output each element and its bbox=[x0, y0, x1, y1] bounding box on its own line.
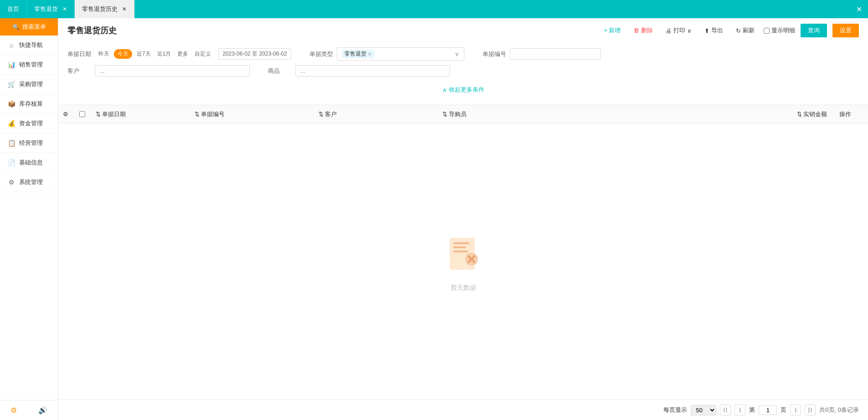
date-options: 昨天 今天 近7天 近1月 更多 自定义 2023-06-02 至 2023-0… bbox=[97, 48, 291, 60]
filter-row-1: 单据日期 昨天 今天 近7天 近1月 更多 自定义 2023-06-02 至 2… bbox=[67, 47, 859, 61]
tab-home-label: 首页 bbox=[7, 5, 19, 13]
display-detail-checkbox[interactable] bbox=[764, 28, 770, 34]
code-filter-input[interactable] bbox=[510, 48, 601, 60]
tab-retail-return-label: 零售退货 bbox=[34, 5, 58, 13]
sidebar-search[interactable]: 🔍 搜索菜单 bbox=[0, 18, 58, 36]
tab-retail-return[interactable]: 零售退货 ✕ bbox=[27, 0, 75, 18]
sidebar-item-system-mgmt[interactable]: ⚙ 系统管理 bbox=[0, 173, 58, 192]
sidebar-search-label: 搜索菜单 bbox=[22, 23, 46, 31]
sidebar-item-basic-info-label: 基础信息 bbox=[19, 159, 43, 167]
sidebar-item-basic-info[interactable]: 📄 基础信息 bbox=[0, 153, 58, 173]
goods-filter-label: 商品 bbox=[268, 67, 295, 75]
sidebar-item-operation-label: 经营管理 bbox=[19, 139, 43, 147]
page-label: 第 bbox=[749, 406, 755, 414]
next-page-button[interactable]: ⟩ bbox=[790, 405, 801, 415]
type-filter-tag: 零售退货 × bbox=[342, 50, 374, 58]
purchase-icon: 🛒 bbox=[7, 80, 15, 88]
sidebar-item-operation[interactable]: 📋 经营管理 bbox=[0, 133, 58, 153]
filter-area: 单据日期 昨天 今天 近7天 近1月 更多 自定义 2023-06-02 至 2… bbox=[67, 43, 859, 105]
sidebar-item-quick-nav[interactable]: ⌂ 快捷导航 bbox=[0, 36, 58, 55]
col-billno-sort-icon: ⇅ bbox=[195, 111, 200, 118]
search-icon: 🔍 bbox=[12, 24, 20, 31]
sidebar-item-quick-nav-label: 快捷导航 bbox=[19, 41, 43, 49]
settings-bottom-icon[interactable]: ⚙ bbox=[10, 406, 17, 415]
query-button[interactable]: 查询 bbox=[801, 24, 827, 37]
sidebar-item-purchase-mgmt[interactable]: 🛒 采购管理 bbox=[0, 75, 58, 94]
goods-filter-input[interactable] bbox=[295, 65, 450, 77]
tab-home[interactable]: 首页 bbox=[0, 0, 27, 18]
col-header-date: ⇅ 单据日期 bbox=[96, 110, 195, 118]
col-amount-sort-icon: ⇅ bbox=[797, 111, 802, 118]
date-opt-7days[interactable]: 近7天 bbox=[135, 49, 153, 59]
type-filter-tag-close[interactable]: × bbox=[368, 51, 371, 57]
settings-button[interactable]: 设置 bbox=[832, 24, 859, 37]
sidebar-item-inventory[interactable]: 📦 库存核算 bbox=[0, 94, 58, 114]
table-header: ⚙ ⇅ 单据日期 ⇅ 单据编号 ⇅ 客户 ⇅ bbox=[58, 105, 868, 123]
date-opt-1month[interactable]: 近1月 bbox=[155, 49, 173, 59]
sales-icon: 📊 bbox=[7, 61, 15, 69]
col-header-customer: ⇅ 客户 bbox=[318, 110, 442, 118]
total-info: 共0页, 0条记录 bbox=[819, 406, 859, 414]
delete-button[interactable]: 🗑 删除 bbox=[630, 25, 657, 36]
table-container: ⚙ ⇅ 单据日期 ⇅ 单据编号 ⇅ 客户 ⇅ bbox=[58, 105, 868, 400]
refresh-button[interactable]: ↻ 刷新 bbox=[732, 25, 758, 36]
date-opt-yesterday[interactable]: 昨天 bbox=[97, 49, 111, 59]
first-page-button[interactable]: ⟨⟨ bbox=[720, 405, 731, 415]
date-opt-more[interactable]: 更多 bbox=[175, 49, 190, 59]
type-filter-dropdown-icon: ∨ bbox=[455, 51, 459, 57]
page-header: 零售退货历史 + 新增 🗑 删除 🖨 打印 ∨ ⬆ 导出 ↻ bbox=[58, 18, 868, 105]
sidebar-item-sales-mgmt[interactable]: 📊 销售管理 bbox=[0, 55, 58, 75]
type-filter-tag-label: 零售退货 bbox=[344, 50, 366, 58]
page-unit: 页 bbox=[781, 406, 786, 414]
prev-page-button[interactable]: ⟨ bbox=[734, 405, 745, 415]
main-layout: 🔍 搜索菜单 ⌂ 快捷导航 📊 销售管理 🛒 采购管理 📦 库存核算 💰 资金管… bbox=[0, 18, 868, 420]
collapse-icon: ∧ bbox=[442, 87, 447, 93]
display-detail-checkbox-row[interactable]: 显示明细 bbox=[764, 26, 795, 35]
sidebar-item-sales-mgmt-label: 销售管理 bbox=[19, 61, 43, 69]
type-filter-select[interactable]: 零售退货 × ∨ bbox=[337, 47, 464, 61]
svg-rect-2 bbox=[453, 246, 466, 248]
print-icon: 🖨 bbox=[666, 27, 672, 34]
tab-bar: 首页 零售退货 ✕ 零售退货历史 ✕ ✕ bbox=[0, 0, 868, 18]
audio-bottom-icon[interactable]: 🔊 bbox=[38, 406, 47, 415]
col-header-settings[interactable]: ⚙ bbox=[63, 111, 79, 118]
content-area: 零售退货历史 + 新增 🗑 删除 🖨 打印 ∨ ⬆ 导出 ↻ bbox=[58, 18, 868, 420]
page-title-row: 零售退货历史 + 新增 🗑 删除 🖨 打印 ∨ ⬆ 导出 ↻ bbox=[67, 24, 859, 37]
page-size-label: 每页显示 bbox=[663, 406, 687, 414]
empty-state-text: 暂无数据 bbox=[451, 284, 476, 292]
toolbar-buttons: + 新增 🗑 删除 🖨 打印 ∨ ⬆ 导出 ↻ 刷新 bbox=[600, 24, 859, 37]
sidebar-item-capital[interactable]: 💰 资金管理 bbox=[0, 114, 58, 133]
collapse-label: 收起更多条件 bbox=[449, 86, 484, 94]
select-all-checkbox[interactable] bbox=[79, 111, 85, 117]
tab-retail-return-history[interactable]: 零售退货历史 ✕ bbox=[75, 0, 134, 18]
refresh-icon: ↻ bbox=[736, 27, 741, 34]
date-filter-label: 单据日期 bbox=[67, 50, 95, 58]
sidebar-item-system-mgmt-label: 系统管理 bbox=[19, 178, 43, 186]
new-button[interactable]: + 新增 bbox=[600, 25, 624, 36]
col-guide-text: 导购员 bbox=[449, 110, 467, 118]
window-close-button[interactable]: ✕ bbox=[850, 0, 868, 18]
operation-icon: 📋 bbox=[7, 139, 15, 147]
col-header-action: 操作 bbox=[827, 110, 863, 118]
page-number-input[interactable]: 1 bbox=[759, 405, 777, 415]
print-button[interactable]: 🖨 打印 ∨ bbox=[662, 25, 695, 36]
print-label: 打印 bbox=[673, 26, 685, 35]
system-icon: ⚙ bbox=[7, 178, 15, 186]
page-size-select[interactable]: 20 50 100 bbox=[691, 405, 716, 415]
date-range-input[interactable]: 2023-06-02 至 2023-06-02 bbox=[218, 48, 291, 60]
col-header-amount: ⇅ 实销金额 bbox=[772, 110, 827, 118]
col-date-label: ⇅ bbox=[96, 111, 101, 118]
export-button[interactable]: ⬆ 导出 bbox=[701, 25, 727, 36]
last-page-button[interactable]: ⟩⟩ bbox=[805, 405, 816, 415]
settings-col-icon: ⚙ bbox=[63, 111, 68, 118]
inventory-icon: 📦 bbox=[7, 100, 15, 108]
col-header-checkbox[interactable] bbox=[79, 111, 96, 117]
col-amount-text: 实销金额 bbox=[803, 110, 827, 118]
date-opt-custom[interactable]: 自定义 bbox=[193, 49, 213, 59]
tab-retail-return-close[interactable]: ✕ bbox=[62, 6, 67, 12]
sidebar-item-purchase-mgmt-label: 采购管理 bbox=[19, 80, 43, 88]
tab-retail-return-history-close[interactable]: ✕ bbox=[122, 6, 127, 12]
date-opt-today[interactable]: 今天 bbox=[114, 49, 132, 59]
collapse-filter-button[interactable]: ∧ 收起更多条件 bbox=[433, 83, 493, 97]
customer-filter-input[interactable] bbox=[95, 65, 250, 77]
